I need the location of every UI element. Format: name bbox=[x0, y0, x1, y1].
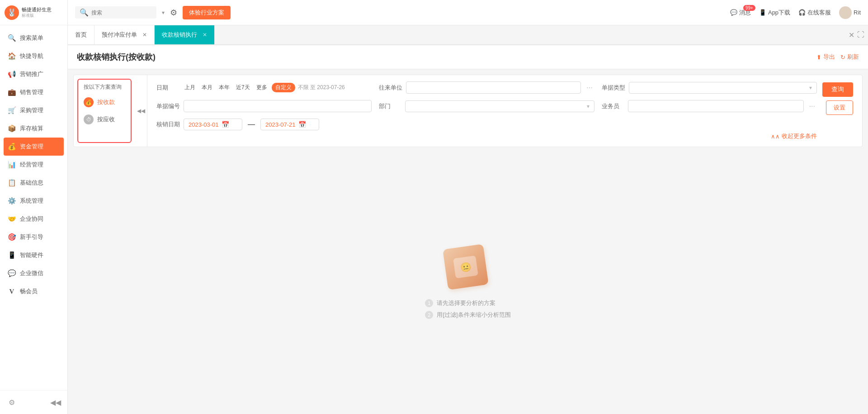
tabbar-spacer bbox=[215, 25, 845, 44]
sidebar-label-purchase: 采购管理 bbox=[20, 106, 43, 114]
sidebar-item-cooperation[interactable]: 🤝 企业协同 bbox=[0, 210, 67, 228]
sidebar-label-system: 系统管理 bbox=[20, 197, 43, 205]
system-icon: ⚙️ bbox=[7, 196, 16, 205]
date-btn-7days[interactable]: 近7天 bbox=[234, 83, 252, 92]
username-label: Rit bbox=[854, 9, 861, 16]
date-separator: — bbox=[248, 120, 255, 128]
solution-button[interactable]: 体验行业方案 bbox=[183, 6, 231, 19]
sidebar-label-search: 搜索菜单 bbox=[20, 34, 43, 42]
sidebar-item-marketing[interactable]: 📢 营销推广 bbox=[0, 65, 67, 83]
message-button[interactable]: 💬 消息 99+ bbox=[730, 9, 751, 17]
verify-date-label: 核销日期 bbox=[156, 120, 180, 128]
sidebar-item-system[interactable]: ⚙️ 系统管理 bbox=[0, 192, 67, 210]
dept-select[interactable]: ▾ bbox=[405, 100, 594, 112]
verify-date-end-input[interactable]: 2023-07-21 📅 bbox=[260, 119, 319, 130]
collapse-more-btn[interactable]: ∧∧ 收起更多条件 bbox=[156, 130, 817, 140]
sidebar-item-inventory[interactable]: 📦 库存核算 bbox=[0, 119, 67, 138]
tab-prepay[interactable]: 预付冲应付单 ✕ bbox=[94, 25, 155, 44]
topbar: 🔍 ▾ ⚙ 体验行业方案 💬 消息 99+ 📱 App下载 🎧 在线客服 Rit bbox=[68, 0, 868, 25]
bill-no-field: 单据编号 bbox=[156, 100, 372, 112]
topbar-search-input[interactable] bbox=[91, 10, 141, 16]
filter-collapse-button[interactable]: ◀◀ bbox=[135, 75, 147, 147]
empty-tips: 1 请先选择要分析的方案 2 用[过滤]条件来缩小分析范围 bbox=[425, 299, 510, 319]
topbar-gear-icon[interactable]: ⚙ bbox=[170, 8, 177, 18]
user-avatar[interactable]: Rit bbox=[839, 6, 861, 19]
receivable-option-icon: ⏱ bbox=[84, 114, 94, 124]
search-icon: 🔍 bbox=[80, 8, 89, 17]
verify-date-end-value: 2023-07-21 bbox=[265, 121, 296, 128]
tab-prepay-label: 预付冲应付单 bbox=[102, 31, 137, 39]
online-service-label: 在线客服 bbox=[807, 9, 831, 17]
tip-text-2: 用[过滤]条件来缩小分析范围 bbox=[437, 311, 510, 319]
export-label: 导出 bbox=[823, 53, 835, 61]
calendar-end-icon[interactable]: 📅 bbox=[298, 121, 306, 128]
sidebar-item-sales[interactable]: 💼 销售管理 bbox=[0, 83, 67, 101]
sidebar-item-search[interactable]: 🔍 搜索菜单 bbox=[0, 29, 67, 47]
app-download-button[interactable]: 📱 App下载 bbox=[759, 9, 790, 17]
refresh-label: 刷新 bbox=[847, 53, 859, 61]
partner-input[interactable] bbox=[406, 81, 581, 94]
bill-no-input[interactable] bbox=[184, 100, 372, 112]
inventory-icon: 📦 bbox=[7, 124, 16, 133]
date-btn-last-month[interactable]: 上月 bbox=[183, 83, 197, 92]
headset-icon: 🎧 bbox=[798, 9, 806, 16]
page-header: 收款核销执行(按收款) ⬆ 导出 ↻ 刷新 bbox=[68, 45, 868, 69]
filter-option-by-receipt[interactable]: 💰 按收款 bbox=[78, 94, 131, 111]
sidebar-item-wechat[interactable]: 💬 企业微信 bbox=[0, 264, 67, 282]
date-btn-this-year[interactable]: 本年 bbox=[217, 83, 231, 92]
sidebar-item-quick-nav[interactable]: 🏠 快捷导航 bbox=[0, 47, 67, 65]
sidebar-item-operation[interactable]: 📊 经营管理 bbox=[0, 156, 67, 174]
date-range-text: 不限 至 2023-07-26 bbox=[298, 84, 345, 91]
page-title: 收款核销执行(按收款) bbox=[77, 52, 156, 69]
refresh-button[interactable]: ↻ 刷新 bbox=[840, 53, 859, 61]
filter-option-receivable-label: 按应收 bbox=[97, 115, 115, 124]
sidebar-item-smart-hw[interactable]: 📱 智能硬件 bbox=[0, 246, 67, 264]
smart-hw-icon: 📱 bbox=[7, 251, 16, 260]
online-service-button[interactable]: 🎧 在线客服 bbox=[798, 9, 831, 17]
verify-date-field: 核销日期 2023-03-01 📅 — 2023-07-21 📅 bbox=[156, 119, 817, 130]
expand-icon[interactable]: ⛶ bbox=[857, 31, 864, 39]
staff-input[interactable] bbox=[628, 100, 804, 112]
sidebar-item-purchase[interactable]: 🛒 采购管理 bbox=[0, 101, 67, 119]
sidebar-label-inventory: 库存核算 bbox=[20, 124, 43, 133]
finance-icon: 💰 bbox=[7, 142, 16, 151]
sidebar-item-basic-info[interactable]: 📋 基础信息 bbox=[0, 174, 67, 192]
sidebar-label-operation: 经营管理 bbox=[20, 161, 43, 169]
page-header-actions: ⬆ 导出 ↻ 刷新 bbox=[816, 53, 859, 67]
tab-home[interactable]: 首页 bbox=[68, 25, 94, 44]
collapse-sidebar-icon[interactable]: ◀◀ bbox=[49, 396, 62, 409]
tip-text-1: 请先选择要分析的方案 bbox=[437, 299, 495, 307]
sidebar: 🐰 畅捷通好生意 标准版 🔍 搜索菜单 🏠 快捷导航 📢 营销推广 💼 销售管理… bbox=[0, 0, 68, 414]
close-window-icon[interactable]: ✕ bbox=[849, 31, 854, 39]
topbar-search-box[interactable]: 🔍 bbox=[75, 6, 156, 19]
sidebar-item-beginner[interactable]: 🎯 新手引导 bbox=[0, 228, 67, 246]
partner-more-icon[interactable]: ··· bbox=[585, 84, 594, 92]
settings-icon[interactable]: ⚙ bbox=[5, 396, 18, 409]
purchase-icon: 🛒 bbox=[7, 106, 16, 115]
sidebar-label-smart-hw: 智能硬件 bbox=[20, 251, 43, 259]
verify-date-start-input[interactable]: 2023-03-01 📅 bbox=[184, 119, 242, 130]
query-button[interactable]: 查询 bbox=[822, 82, 853, 97]
date-btn-custom[interactable]: 自定义 bbox=[272, 83, 295, 92]
empty-illustration: 😐 bbox=[441, 242, 495, 292]
tab-receipt-close-icon[interactable]: ✕ bbox=[203, 32, 207, 38]
filter-actions: 查询 设置 bbox=[822, 81, 853, 115]
sidebar-nav: 🔍 搜索菜单 🏠 快捷导航 📢 营销推广 💼 销售管理 🛒 采购管理 📦 库存核… bbox=[0, 25, 67, 390]
sidebar-item-finance[interactable]: 💰 资金管理 bbox=[4, 138, 64, 156]
date-btn-more[interactable]: 更多 bbox=[255, 83, 269, 92]
export-button[interactable]: ⬆ 导出 bbox=[816, 53, 835, 61]
sidebar-item-member[interactable]: V 畅会员 bbox=[0, 282, 67, 300]
topbar-chevron-icon[interactable]: ▾ bbox=[162, 10, 165, 16]
sidebar-label-sales: 销售管理 bbox=[20, 88, 43, 96]
filter-option-by-receivable[interactable]: ⏱ 按应收 bbox=[78, 111, 131, 128]
date-btn-this-month[interactable]: 本月 bbox=[200, 83, 214, 92]
tab-prepay-close-icon[interactable]: ✕ bbox=[142, 32, 147, 38]
sidebar-label-beginner: 新手引导 bbox=[20, 233, 43, 241]
tab-receipt[interactable]: 收款核销执行 ✕ bbox=[155, 25, 215, 44]
calendar-start-icon[interactable]: 📅 bbox=[222, 121, 229, 128]
staff-more-icon[interactable]: ··· bbox=[807, 102, 817, 110]
member-icon: V bbox=[7, 287, 16, 296]
bill-type-select[interactable]: ▾ bbox=[629, 82, 817, 94]
setting-button[interactable]: 设置 bbox=[826, 100, 853, 115]
filter-row-1: 日期 上月 本月 本年 近7天 更多 自定义 不限 至 2023-07-26 bbox=[156, 81, 817, 94]
